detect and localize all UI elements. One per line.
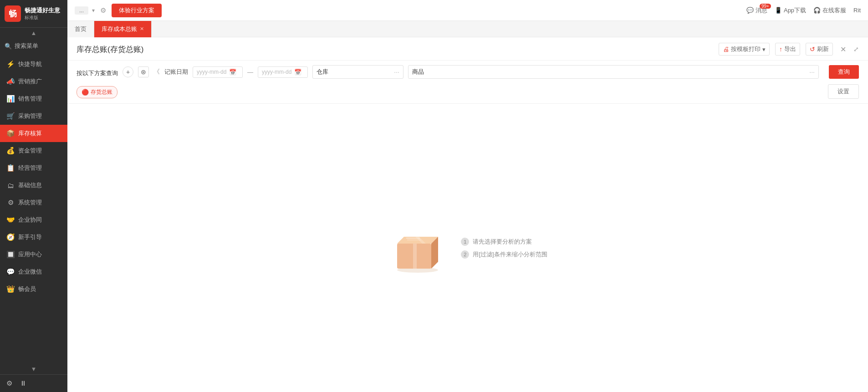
scroll-down-btn[interactable]: ▼ — [0, 364, 67, 374]
export-btn[interactable]: ↑ 导出 — [775, 43, 800, 56]
logo-icon: 畅 — [5, 5, 21, 22]
apps-icon: 🔲 — [6, 250, 15, 259]
sidebar-item-label: 系统管理 — [18, 199, 42, 207]
sidebar-item-label: 基础信息 — [18, 181, 42, 189]
industry-btn[interactable]: 体验行业方案 — [112, 4, 162, 17]
filter-scheme-area: 🔴 存货总账 — [67, 83, 828, 103]
system-icon: ⚙ — [6, 199, 15, 207]
sidebar-item-member[interactable]: 👑 畅会员 — [0, 280, 67, 298]
search-menu-label: 搜索菜单 — [15, 42, 38, 50]
settings-gear-btn[interactable]: ⚙ — [6, 379, 12, 387]
query-btn[interactable]: 查询 — [829, 65, 859, 79]
calendar-end-icon: 📅 — [294, 69, 301, 76]
sidebar: 畅 畅捷通好生意 标准版 ▲ 🔍 搜索菜单 ⚡ 快捷导航 📣 营销推广 📊 销售… — [0, 0, 67, 392]
date-end-input[interactable]: yyyy-mm-dd 📅 — [258, 66, 308, 78]
hint-num-1: 1 — [461, 238, 469, 246]
basic-icon: 🗂 — [6, 181, 15, 189]
user-name[interactable]: Rit — [853, 7, 861, 14]
page-content: 库存总账(存货总账) 🖨 按模板打印 ▾ ↑ 导出 ↺ 刷新 ✕ ⤢ — [67, 37, 868, 392]
sidebar-item-system[interactable]: ⚙ 系统管理 — [0, 194, 67, 211]
tab-close-icon[interactable]: ✕ — [140, 26, 144, 32]
sidebar-item-inventory[interactable]: 📦 库存核算 — [0, 125, 67, 142]
sidebar-item-basic[interactable]: 🗂 基础信息 — [0, 177, 67, 194]
main-area: ... ▾ ⚙ 体验行业方案 💬 消息 99+ 📱 App下载 🎧 在线客服 R… — [67, 0, 868, 392]
sidebar-item-label: 新手引导 — [18, 233, 42, 241]
brand-name: 畅捷通好生意 — [25, 6, 60, 15]
date-label: 记账日期 — [164, 68, 188, 76]
topbar-right: 💬 消息 99+ 📱 App下载 🎧 在线客服 Rit — [746, 6, 861, 15]
warehouse-label: 仓库 — [317, 68, 328, 76]
enterprise-icon: 🤝 — [6, 216, 15, 224]
product-label: 商品 — [412, 68, 424, 76]
content-actions: 查询 设置 — [828, 61, 868, 103]
filter-collapse-btn[interactable]: 《 — [153, 68, 160, 76]
sidebar-item-label: 应用中心 — [18, 250, 42, 259]
sidebar-item-purchase[interactable]: 🛒 采购管理 — [0, 107, 67, 125]
finance-icon: 💰 — [6, 147, 15, 155]
sidebar-item-label: 企业微信 — [18, 268, 42, 276]
sidebar-item-label: 采购管理 — [18, 112, 42, 120]
close-panel-btn[interactable]: ✕ — [838, 43, 848, 56]
date-start-input[interactable]: yyyy-mm-dd 📅 — [193, 66, 243, 78]
logo-text: 畅捷通好生意 标准版 — [25, 6, 60, 21]
inventory-icon: 📦 — [6, 129, 15, 137]
search-menu-btn[interactable]: 🔍 搜索菜单 — [0, 38, 67, 54]
tab-inventory-cost[interactable]: 库存成本总账 ✕ — [94, 21, 152, 37]
sidebar-item-enterprise[interactable]: 🤝 企业协同 — [0, 211, 67, 229]
sidebar-item-operation[interactable]: 📋 经营管理 — [0, 159, 67, 177]
print-btn[interactable]: 🖨 按模板打印 ▾ — [719, 43, 770, 56]
breadcrumb-chevron-icon[interactable]: ▾ — [92, 7, 95, 14]
tab-home[interactable]: 首页 — [67, 21, 94, 37]
page-header: 库存总账(存货总账) 🖨 按模板打印 ▾ ↑ 导出 ↺ 刷新 ✕ ⤢ — [67, 37, 868, 61]
sidebar-item-label: 快捷导航 — [18, 60, 42, 68]
sidebar-item-apps[interactable]: 🔲 应用中心 — [0, 246, 67, 263]
sidebar-item-quick-nav[interactable]: ⚡ 快捷导航 — [0, 56, 67, 73]
scroll-up-btn[interactable]: ▲ — [0, 28, 67, 38]
header-actions: 🖨 按模板打印 ▾ ↑ 导出 ↺ 刷新 ✕ ⤢ — [719, 43, 859, 56]
product-select[interactable]: 商品 ··· — [408, 65, 819, 79]
topbar-gear-icon[interactable]: ⚙ — [98, 5, 108, 16]
sidebar-item-sales[interactable]: 📊 销售管理 — [0, 90, 67, 107]
settings-btn[interactable]: 设置 — [828, 84, 859, 99]
empty-state: 1 请先选择要分析的方案 2 用[过滤]条件来缩小分析范围 — [67, 104, 868, 392]
quick-nav-icon: ⚡ — [6, 60, 15, 68]
service-label: 在线客服 — [822, 6, 846, 15]
sidebar-item-label: 企业协同 — [18, 216, 42, 224]
warehouse-more-icon: ··· — [394, 68, 399, 76]
refresh-icon: ↺ — [810, 46, 815, 53]
empty-text: 1 请先选择要分析的方案 2 用[过滤]条件来缩小分析范围 — [461, 238, 547, 259]
breadcrumb-text: ... — [75, 6, 88, 15]
filter-add-btn[interactable]: + — [123, 66, 133, 77]
online-service-btn[interactable]: 🎧 在线客服 — [813, 6, 846, 15]
calendar-start-icon: 📅 — [229, 69, 236, 76]
scheme-item[interactable]: 🔴 存货总账 — [77, 86, 117, 98]
scheme-label: 存货总账 — [91, 88, 112, 96]
refresh-label: 刷新 — [817, 45, 829, 53]
audio-btn[interactable]: ⏸ — [20, 379, 26, 387]
sidebar-item-finance[interactable]: 💰 资金管理 — [0, 142, 67, 159]
sidebar-item-wechat[interactable]: 💬 企业微信 — [0, 263, 67, 280]
topbar: ... ▾ ⚙ 体验行业方案 💬 消息 99+ 📱 App下载 🎧 在线客服 R… — [67, 0, 868, 21]
marketing-icon: 📣 — [6, 77, 15, 86]
message-icon: 💬 — [746, 7, 754, 14]
guide-icon: 🧭 — [6, 233, 15, 241]
search-icon: 🔍 — [5, 43, 12, 50]
print-label: 按模板打印 — [731, 45, 761, 53]
app-download-btn[interactable]: 📱 App下载 — [775, 6, 806, 15]
hint-text-1: 请先选择要分析的方案 — [473, 238, 532, 246]
warehouse-select[interactable]: 仓库 ··· — [312, 65, 403, 79]
empty-hint-1: 1 请先选择要分析的方案 — [461, 238, 547, 246]
sidebar-item-marketing[interactable]: 📣 营销推广 — [0, 73, 67, 90]
expand-btn[interactable]: ⤢ — [853, 46, 859, 53]
hint-num-2: 2 — [461, 250, 469, 259]
message-btn[interactable]: 💬 消息 99+ — [746, 6, 767, 15]
refresh-btn[interactable]: ↺ 刷新 — [806, 43, 833, 56]
empty-illustration — [388, 221, 447, 275]
print-icon: 🖨 — [723, 46, 729, 53]
phone-icon: 📱 — [775, 7, 782, 14]
svg-rect-4 — [413, 244, 417, 269]
breadcrumb: ... — [75, 6, 88, 15]
sidebar-item-guide[interactable]: 🧭 新手引导 — [0, 229, 67, 246]
hint-text-2: 用[过滤]条件来缩小分析范围 — [473, 250, 547, 259]
filter-settings-btn[interactable]: ⊛ — [138, 66, 149, 77]
